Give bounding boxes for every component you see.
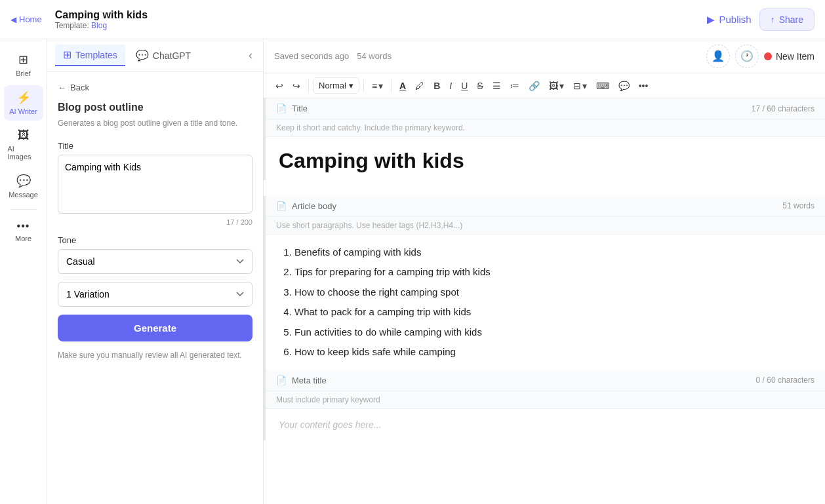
title-section-hint: Keep it short and catchy. Include the pr… (266, 119, 825, 137)
sidebar-item-brief[interactable]: ⊞ Brief (4, 47, 43, 83)
more-label: More (15, 235, 31, 242)
meta-section-header: 📄 Meta title 0 / 60 characters (266, 370, 825, 391)
undo-button[interactable]: ↩ (272, 78, 287, 94)
main-layout: ⊞ Brief ⚡ AI Writer 🖼 AI Images 💬 Messag… (0, 39, 825, 504)
undo-icon: ↩ (275, 81, 283, 91)
message-label: Message (9, 191, 38, 199)
share-label: Share (779, 14, 803, 25)
history-icon: 🕐 (740, 50, 754, 62)
title-field-label: Title (58, 141, 252, 151)
tab-templates[interactable]: ⊞ Templates (55, 45, 125, 66)
back-button[interactable]: ← Back (58, 83, 89, 92)
more-icon: ••• (17, 220, 30, 232)
more-options-icon: ••• (639, 81, 649, 91)
template-name: Blog post outline (58, 102, 252, 113)
body-section: 📄 Article body 51 words Use short paragr… (264, 196, 825, 370)
ordered-list-button[interactable]: ≔ (506, 78, 523, 94)
bold-icon: B (433, 81, 440, 91)
strikethrough-button[interactable]: S (473, 78, 487, 94)
comment-button[interactable]: 💬 (614, 78, 634, 94)
list-item: Benefits of camping with kids (294, 245, 812, 260)
list-item: What to pack for a camping trip with kid… (294, 305, 812, 320)
user-icon: 👤 (712, 50, 725, 62)
title-content[interactable]: Camping with kids (266, 137, 825, 180)
chatgpt-tab-label: ChatGPT (153, 50, 191, 61)
body-section-header: 📄 Article body 51 words (266, 196, 825, 217)
image-icon: 🖼 (549, 81, 558, 91)
title-textarea-wrap (58, 155, 252, 216)
ai-images-icon: 🖼 (18, 128, 30, 142)
list-item: Fun activities to do while camping with … (294, 325, 812, 340)
highlight-button[interactable]: 🖊 (411, 78, 428, 94)
panel-tabs: ⊞ Templates 💬 ChatGPT ‹ (47, 39, 263, 72)
variation-select[interactable]: 1 Variation 2 Variations 3 Variations (58, 282, 252, 307)
home-link[interactable]: ◀ Home (10, 14, 42, 24)
history-action-button[interactable]: 🕐 (735, 45, 759, 68)
ai-writer-label: AI Writer (9, 107, 37, 115)
home-arrow-icon: ◀ (10, 15, 16, 24)
body-section-label: Article body (292, 201, 336, 211)
title-section-doc-icon: 📄 (276, 104, 287, 113)
generate-button[interactable]: Generate (58, 315, 252, 341)
code-icon: ⌨ (596, 81, 609, 91)
highlight-icon: 🖊 (415, 81, 424, 91)
title-textarea[interactable] (58, 155, 252, 214)
body-list: Benefits of camping with kids Tips for p… (279, 245, 812, 360)
tone-select[interactable]: Casual Formal Friendly Professional (58, 249, 252, 274)
link-icon: 🔗 (529, 81, 540, 91)
ai-images-label: AI Images (8, 145, 39, 161)
sidebar-item-ai-writer[interactable]: ⚡ AI Writer (4, 85, 43, 121)
table-chevron: ▾ (582, 81, 587, 91)
header-left: ◀ Home Camping with kids Template: Blog (10, 9, 148, 30)
share-button[interactable]: ↑ Share (759, 9, 815, 31)
image-button[interactable]: 🖼▾ (545, 78, 568, 94)
back-label: Back (70, 83, 89, 92)
template-link[interactable]: Blog (91, 21, 107, 30)
ai-writer-icon: ⚡ (16, 90, 31, 105)
align-button[interactable]: ≡▾ (368, 78, 387, 94)
spacer-1 (264, 180, 825, 196)
editor-content: 📄 Title 17 / 60 characters Keep it short… (264, 98, 825, 504)
meta-content[interactable]: Your content goes here... (266, 409, 825, 440)
icon-sidebar: ⊞ Brief ⚡ AI Writer 🖼 AI Images 💬 Messag… (0, 39, 47, 504)
sidebar-item-more[interactable]: ••• More (4, 215, 43, 248)
body-content[interactable]: Benefits of camping with kids Tips for p… (266, 235, 825, 370)
style-value: Normal (319, 81, 346, 90)
publish-label: Publish (719, 14, 751, 25)
comment-icon: 💬 (618, 81, 630, 91)
style-chevron-icon: ▾ (349, 81, 353, 90)
editor-actions: 👤 🕐 New Item (706, 45, 815, 68)
body-word-count: 51 words (782, 201, 815, 210)
editor-status: Saved seconds ago 54 words (274, 51, 392, 61)
more-options-button[interactable]: ••• (635, 78, 653, 94)
title-section-header-left: 📄 Title (276, 104, 308, 113)
italic-button[interactable]: I (445, 78, 456, 94)
panel-collapse-button[interactable]: ‹ (246, 46, 255, 65)
underline-button[interactable]: U (457, 78, 472, 94)
new-item-button[interactable]: New Item (764, 51, 815, 62)
toolbar-separator-2 (363, 79, 364, 92)
tab-chatgpt[interactable]: 💬 ChatGPT (128, 45, 199, 66)
list-item: Tips for preparing for a camping trip wi… (294, 265, 812, 280)
table-button[interactable]: ⊟▾ (569, 78, 591, 94)
font-color-button[interactable]: A (395, 78, 410, 94)
sidebar-item-ai-images[interactable]: 🖼 AI Images (4, 123, 43, 166)
link-button[interactable]: 🔗 (525, 78, 544, 94)
align-chevron: ▾ (378, 81, 383, 91)
bold-button[interactable]: B (430, 78, 444, 94)
meta-section: 📄 Meta title 0 / 60 characters Must incl… (264, 370, 825, 440)
title-section-header: 📄 Title 17 / 60 characters (266, 98, 825, 119)
image-chevron: ▾ (559, 81, 564, 91)
code-button[interactable]: ⌨ (592, 78, 613, 94)
meta-section-header-left: 📄 Meta title (276, 376, 327, 385)
redo-button[interactable]: ↪ (289, 78, 304, 94)
panel-content: ← Back Blog post outline Generates a blo… (47, 72, 263, 504)
bullet-list-button[interactable]: ☰ (489, 78, 505, 94)
publish-button[interactable]: ▶ Publish (707, 14, 751, 26)
header-right: ▶ Publish ↑ Share (707, 9, 815, 31)
sidebar-item-message[interactable]: 💬 Message (4, 168, 43, 204)
style-select[interactable]: Normal ▾ (313, 77, 359, 94)
user-action-button[interactable]: 👤 (706, 45, 730, 68)
ordered-list-icon: ≔ (510, 81, 519, 91)
new-item-dot (764, 52, 772, 60)
